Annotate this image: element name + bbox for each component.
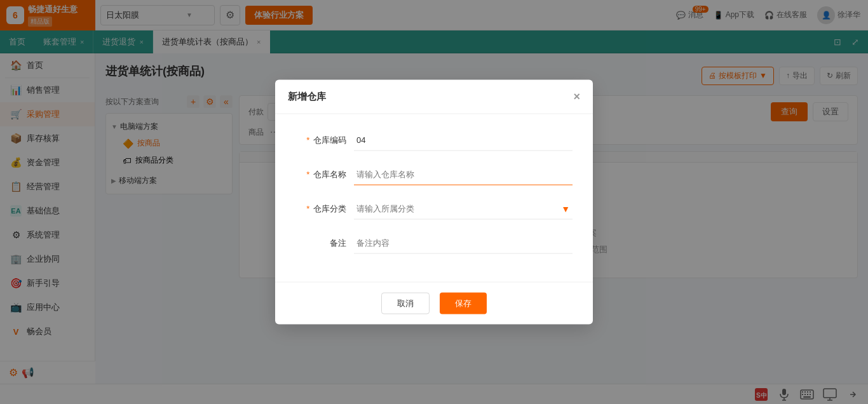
name-label-group: * 仓库名称 bbox=[295, 169, 346, 180]
code-label-group: * 仓库编码 bbox=[295, 135, 346, 146]
dialog-footer: 取消 保存 bbox=[275, 282, 593, 325]
save-button[interactable]: 保存 bbox=[440, 293, 487, 314]
dialog-close-button[interactable]: × bbox=[573, 90, 580, 104]
warehouse-name-input[interactable] bbox=[354, 164, 573, 185]
cancel-button[interactable]: 取消 bbox=[381, 293, 430, 314]
warehouse-category-row: * 仓库分类 ▼ bbox=[295, 198, 573, 220]
remark-label-group: 备注 bbox=[295, 238, 346, 249]
category-label-group: * 仓库分类 bbox=[295, 203, 346, 215]
name-label: 仓库名称 bbox=[313, 170, 346, 179]
name-required-mark: * bbox=[306, 170, 309, 179]
remark-label: 备注 bbox=[330, 238, 346, 248]
dialog-header: 新增仓库 × bbox=[275, 80, 593, 114]
warehouse-code-input[interactable] bbox=[354, 130, 573, 151]
code-label: 仓库编码 bbox=[313, 135, 346, 145]
warehouse-remark-input[interactable] bbox=[354, 232, 573, 254]
category-required-mark: * bbox=[306, 204, 309, 213]
category-label: 仓库分类 bbox=[313, 204, 346, 213]
code-required-mark: * bbox=[306, 135, 309, 145]
dialog-body: * 仓库编码 * 仓库名称 * 仓库分类 ▼ bbox=[275, 114, 593, 282]
warehouse-code-row: * 仓库编码 bbox=[295, 130, 573, 151]
warehouse-name-row: * 仓库名称 bbox=[295, 164, 573, 185]
new-warehouse-dialog: 新增仓库 × * 仓库编码 * 仓库名称 * 仓库分类 bbox=[275, 80, 593, 325]
warehouse-category-input[interactable] bbox=[354, 198, 573, 220]
category-select-wrap: ▼ bbox=[354, 198, 573, 220]
dialog-title: 新增仓库 bbox=[288, 91, 326, 103]
warehouse-remark-row: 备注 bbox=[295, 232, 573, 254]
